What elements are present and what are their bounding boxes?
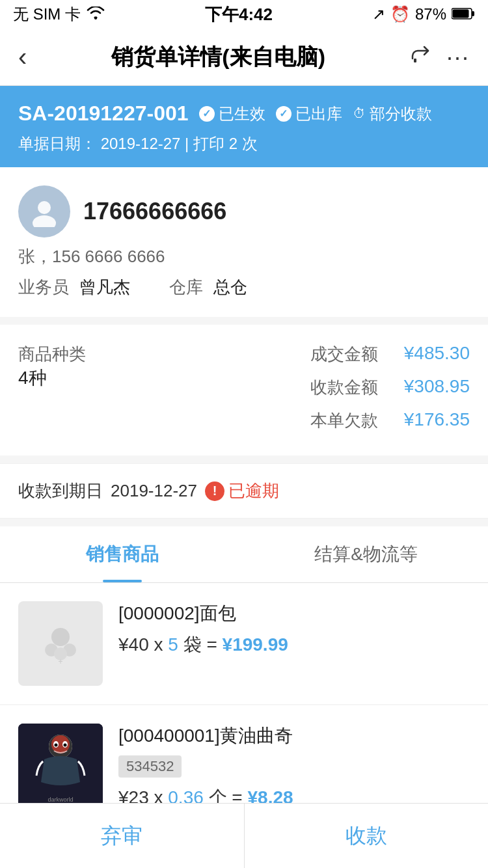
product-total-1: ¥199.99 [223, 634, 288, 655]
tab-products-label: 销售商品 [86, 544, 159, 564]
back-button[interactable]: ‹ [18, 42, 27, 72]
svg-point-18 [55, 744, 58, 747]
avatar [18, 185, 70, 237]
product-sku-2: 534532 [118, 755, 182, 778]
status-left: 无 SIM 卡 [13, 4, 105, 25]
check-shipped-icon: ✓ [276, 106, 291, 122]
battery-icon [452, 5, 475, 23]
status-time: 下午4:42 [205, 3, 273, 26]
due-date: 2019-12-27 [111, 481, 197, 501]
cancel-label: 弃审 [101, 822, 142, 850]
due-label: 收款到期日 [18, 480, 103, 502]
svg-point-5 [38, 201, 51, 214]
product-quantity-1: 5 [168, 634, 178, 655]
cancel-button[interactable]: 弃审 [0, 804, 245, 868]
customer-section: 17666666666 张，156 6666 6666 业务员 曾凡杰 仓库 总… [0, 167, 488, 317]
svg-text:+: + [58, 657, 62, 666]
nav-bar: ‹ 销货单详情(来自电脑) ··· [0, 29, 488, 86]
sim-status: 无 SIM 卡 [13, 4, 81, 25]
order-date-row: 单据日期： 2019-12-27 | 打印 2 次 [18, 133, 470, 154]
price-x-1: x [154, 634, 169, 655]
check-active-icon: ✓ [199, 106, 215, 122]
share-button[interactable] [410, 44, 431, 70]
stats-section: 商品种类 4种 成交金额 ¥485.30 收款金额 ¥308.95 本单欠款 ¥… [0, 325, 488, 455]
product-type-stat: 商品种类 4种 [18, 343, 86, 390]
status-active: ✓ 已生效 [199, 103, 265, 124]
product-name-1: [0000002]面包 [118, 601, 470, 626]
warehouse-label: 仓库 [169, 276, 203, 299]
confirm-label: 收款 [346, 822, 387, 850]
amount-value: ¥485.30 [404, 343, 470, 366]
svg-point-7 [51, 628, 70, 646]
status-active-label: 已生效 [219, 103, 265, 124]
confirm-button[interactable]: 收款 [245, 804, 489, 868]
svg-point-0 [94, 17, 97, 20]
product-image-1: + [18, 601, 103, 686]
customer-meta: 业务员 曾凡杰 仓库 总仓 [18, 276, 470, 299]
overdue-badge: ! 已逾期 [205, 480, 279, 502]
product-image-2: darkworld [18, 724, 103, 808]
tab-settlement[interactable]: 结算&物流等 [244, 526, 488, 582]
product-info-1: [0000002]面包 ¥40 x 5 袋 = ¥199.99 [118, 601, 470, 657]
overdue-text: 已逾期 [228, 480, 279, 502]
owed-row: 本单欠款 ¥176.35 [310, 409, 470, 432]
warehouse-value: 总仓 [213, 276, 247, 299]
nav-actions: ··· [410, 44, 470, 71]
tabs-section: 销售商品 结算&物流等 [0, 526, 488, 583]
customer-row: 17666666666 [18, 185, 470, 237]
products-section: + [0000002]面包 ¥40 x 5 袋 = ¥199.99 [0, 583, 488, 828]
status-right: ↗ ⏰ 87% [372, 5, 475, 23]
status-shipped-label: 已出库 [295, 103, 342, 124]
amount-stats: 成交金额 ¥485.30 收款金额 ¥308.95 本单欠款 ¥176.35 [310, 343, 470, 437]
received-label: 收款金额 [310, 376, 378, 399]
date-label: 单据日期： [18, 135, 96, 152]
product-name-2: [000400001]黄油曲奇 [118, 724, 470, 748]
product-card-1: + [0000002]面包 ¥40 x 5 袋 = ¥199.99 [0, 583, 488, 704]
tab-products[interactable]: 销售商品 [0, 526, 244, 582]
print-info: | 打印 2 次 [185, 135, 258, 152]
svg-rect-3 [452, 10, 468, 18]
svg-point-6 [33, 215, 56, 227]
wifi-icon [86, 5, 105, 23]
status-partial: ⏱ 部分收款 [353, 103, 432, 124]
customer-detail: 张，156 6666 6666 [18, 245, 470, 268]
owed-value: ¥176.35 [404, 409, 470, 432]
order-date: 2019-12-27 [101, 135, 181, 152]
amount-label: 成交金额 [310, 343, 378, 366]
svg-point-19 [64, 744, 67, 747]
status-bar: 无 SIM 卡 下午4:42 ↗ ⏰ 87% [0, 0, 488, 29]
page-title: 销货单详情(来自电脑) [111, 42, 325, 72]
product-unit-1: 袋 [183, 634, 202, 655]
order-number: SA-20191227-001 [18, 102, 189, 126]
more-button[interactable]: ··· [446, 44, 470, 71]
battery-level: 87% [415, 5, 446, 23]
type-value: 4种 [18, 366, 86, 390]
received-value: ¥308.95 [404, 376, 470, 399]
product-info-2: [000400001]黄油曲奇 534532 ¥23 x 0.36 个 = ¥8… [118, 724, 470, 810]
svg-text:darkworld: darkworld [47, 796, 73, 803]
tab-settlement-label: 结算&物流等 [314, 544, 418, 564]
overdue-icon: ! [205, 481, 224, 501]
amount-row: 成交金额 ¥485.30 [310, 343, 470, 366]
order-header: SA-20191227-001 ✓ 已生效 ✓ 已出库 ⏱ 部分收款 单据日期：… [0, 86, 488, 167]
owed-label: 本单欠款 [310, 409, 378, 432]
type-label: 商品种类 [18, 343, 86, 366]
location-icon: ↗ [372, 5, 385, 23]
price-eq-1: = [206, 634, 222, 655]
svg-rect-2 [472, 11, 474, 16]
customer-name: 17666666666 [83, 198, 226, 225]
order-status-row: SA-20191227-001 ✓ 已生效 ✓ 已出库 ⏱ 部分收款 [18, 102, 470, 126]
status-partial-label: 部分收款 [370, 103, 432, 124]
bottom-bar: 弃审 收款 [0, 803, 488, 868]
clock-icon: ⏱ [353, 106, 366, 121]
svg-rect-4 [414, 59, 416, 62]
received-row: 收款金额 ¥308.95 [310, 376, 470, 399]
product-price-1: ¥40 [118, 634, 149, 655]
alarm-icon: ⏰ [390, 5, 410, 23]
due-section: 收款到期日 2019-12-27 ! 已逾期 [0, 463, 488, 519]
sales-meta: 业务员 曾凡杰 [18, 276, 130, 299]
sales-label: 业务员 [18, 276, 69, 299]
product-price-row-1: ¥40 x 5 袋 = ¥199.99 [118, 632, 470, 657]
sales-value: 曾凡杰 [79, 276, 130, 299]
status-shipped: ✓ 已出库 [276, 103, 342, 124]
